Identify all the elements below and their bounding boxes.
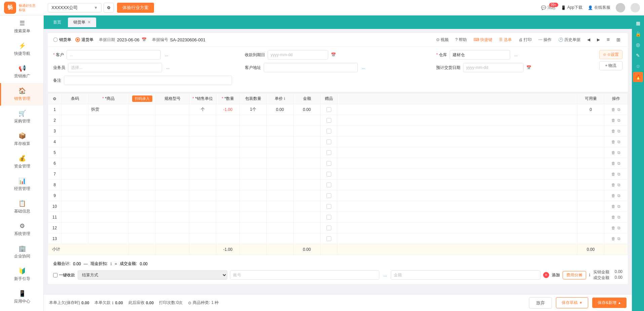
remarks-input[interactable] bbox=[64, 76, 232, 85]
row-barcode[interactable] bbox=[62, 158, 88, 169]
row-barcode[interactable] bbox=[62, 180, 88, 190]
calendar3-icon[interactable]: 📅 bbox=[526, 65, 531, 70]
account-input[interactable] bbox=[230, 270, 380, 280]
row-barcode[interactable] bbox=[62, 169, 88, 180]
right-panel-btn-6[interactable]: 🔥 bbox=[633, 72, 643, 82]
video-button[interactable]: ⊙ 视频 bbox=[434, 36, 451, 44]
prev-record-button[interactable]: ◀ bbox=[585, 36, 592, 43]
radio-return[interactable]: 退货单 bbox=[75, 37, 93, 43]
delete-icon[interactable]: 🗑 bbox=[611, 215, 615, 220]
delete-icon[interactable]: 🗑 bbox=[611, 193, 615, 198]
right-panel-btn-2[interactable]: 🔒 bbox=[633, 29, 643, 39]
customer-ellipsis-button[interactable]: ... bbox=[163, 52, 169, 57]
add-payment-button[interactable]: + bbox=[543, 272, 549, 278]
row-gift[interactable] bbox=[320, 212, 337, 223]
row-gift[interactable] bbox=[320, 147, 337, 158]
tab-close-icon[interactable]: ✕ bbox=[87, 20, 91, 25]
copy-icon[interactable]: ⧉ bbox=[617, 204, 620, 209]
sidebar-item-appstore[interactable]: 📱 应用中心 bbox=[0, 286, 43, 308]
list-view-button[interactable]: ≡ bbox=[605, 36, 612, 44]
sidebar-item-marketing[interactable]: 📢 营销推广 bbox=[0, 61, 43, 83]
copy-icon[interactable]: ⧉ bbox=[617, 150, 620, 155]
row-barcode[interactable] bbox=[62, 223, 88, 233]
row-barcode[interactable] bbox=[62, 104, 88, 115]
delete-icon[interactable]: 🗑 bbox=[611, 118, 615, 123]
due-date-input[interactable] bbox=[268, 50, 328, 60]
expected-delivery-input[interactable] bbox=[463, 63, 524, 72]
delete-icon[interactable]: 🗑 bbox=[611, 107, 615, 112]
row-gift[interactable] bbox=[320, 126, 337, 137]
sidebar-item-guide[interactable]: 🔰 新手引导 bbox=[0, 263, 43, 286]
delete-icon[interactable]: 🗑 bbox=[611, 236, 615, 241]
right-panel-btn-1[interactable]: ▦ bbox=[633, 18, 643, 28]
sidebar-item-finance[interactable]: 💰 资金管理 bbox=[0, 151, 43, 173]
next-record-button[interactable]: ▶ bbox=[595, 36, 602, 43]
th-scan[interactable]: 扫码录入 bbox=[129, 93, 156, 104]
history-button[interactable]: 🕐 历史单据 bbox=[556, 36, 582, 44]
tab-sale-order[interactable]: 销货单 ✕ bbox=[68, 17, 96, 27]
settings-button[interactable]: ⊙ ⊙设置 bbox=[599, 50, 622, 59]
right-panel-btn-3[interactable]: ◎ bbox=[633, 40, 643, 50]
expense-split-button[interactable]: 费用分摊 bbox=[563, 271, 586, 279]
copy-icon[interactable]: ⧉ bbox=[617, 161, 620, 166]
save-draft-button[interactable]: 保存草稿 ▼ bbox=[556, 297, 588, 308]
sidebar-item-inventory[interactable]: 📦 库存核算 bbox=[0, 128, 43, 151]
scan-button[interactable]: 扫码录入 bbox=[132, 95, 152, 102]
company-selector[interactable]: XXXXXX公司 ▼ bbox=[48, 3, 102, 12]
row-gift[interactable] bbox=[320, 137, 337, 147]
operation-button[interactable]: ⋯ 操作 bbox=[536, 36, 554, 44]
sidebar-item-operation[interactable]: 📊 经营管理 bbox=[0, 173, 43, 196]
print-button[interactable]: 🖨 打印 bbox=[517, 36, 534, 44]
company-settings-button[interactable]: ⚙ bbox=[104, 3, 114, 13]
th-settings[interactable]: ⚙ bbox=[48, 93, 62, 104]
avatar[interactable] bbox=[616, 3, 625, 12]
salesperson-ellipsis-button[interactable]: ... bbox=[165, 65, 171, 70]
expense-info-icon[interactable]: ℹ bbox=[589, 273, 591, 277]
copy-icon[interactable]: ⧉ bbox=[617, 193, 620, 198]
row-gift[interactable] bbox=[320, 233, 337, 244]
row-gift[interactable] bbox=[320, 201, 337, 212]
right-panel-btn-5[interactable]: ☆ bbox=[633, 61, 643, 71]
row-barcode[interactable] bbox=[62, 147, 88, 158]
grid-view-button[interactable]: ⊞ bbox=[614, 36, 622, 43]
sidebar-item-system[interactable]: ⚙ 系统管理 bbox=[0, 218, 43, 241]
warehouse-ellipsis-button[interactable]: ... bbox=[513, 52, 519, 57]
row-barcode[interactable] bbox=[62, 212, 88, 223]
sidebar-item-basic[interactable]: 📋 基础信息 bbox=[0, 196, 43, 218]
one-click-checkbox[interactable] bbox=[53, 273, 58, 277]
row-barcode[interactable] bbox=[62, 233, 88, 244]
delete-icon[interactable]: 🗑 bbox=[611, 226, 615, 230]
delete-icon[interactable]: 🗑 bbox=[611, 161, 615, 166]
right-panel-btn-4[interactable]: ✎ bbox=[633, 50, 643, 61]
sidebar-item-search[interactable]: ☰ 搜索菜单 bbox=[0, 15, 43, 38]
help-button[interactable]: ? 帮助 bbox=[453, 36, 469, 44]
row-gift[interactable] bbox=[320, 104, 337, 115]
radio-sale[interactable]: 销货单 bbox=[53, 37, 71, 43]
copy-icon[interactable]: ⧉ bbox=[617, 140, 620, 144]
address-ellipsis-button[interactable]: ... bbox=[361, 65, 367, 70]
sidebar-item-sales[interactable]: 🏠 销售管理 bbox=[0, 83, 43, 106]
salesperson-input[interactable] bbox=[68, 63, 162, 72]
sidebar-item-enterprise[interactable]: 🏢 企业协同 bbox=[0, 241, 43, 263]
info-icon[interactable]: ℹ bbox=[110, 262, 112, 266]
shortcut-button[interactable]: ⌨ 快捷键 bbox=[471, 36, 494, 44]
sidebar-item-wechat[interactable]: 💬 企业微信 bbox=[0, 308, 43, 311]
customer-address-input[interactable] bbox=[264, 63, 358, 72]
delete-icon[interactable]: 🗑 bbox=[611, 183, 615, 187]
row-barcode[interactable] bbox=[62, 126, 88, 137]
message-button[interactable]: 💬 消息 99+ bbox=[541, 5, 556, 10]
delete-icon[interactable]: 🗑 bbox=[611, 150, 615, 155]
account-ellipsis-button[interactable]: ... bbox=[382, 273, 388, 277]
row-gift[interactable] bbox=[320, 190, 337, 201]
delete-icon[interactable]: 🗑 bbox=[611, 129, 615, 133]
settlement-method-select[interactable]: 结算方式 bbox=[78, 270, 227, 280]
sidebar-item-purchase[interactable]: 🛒 采购管理 bbox=[0, 106, 43, 128]
copy-icon[interactable]: ⧉ bbox=[617, 129, 620, 133]
sidebar-item-quick-nav[interactable]: ⚡ 快捷导航 bbox=[0, 38, 43, 61]
price-info-icon[interactable]: ℹ bbox=[284, 96, 285, 101]
row-barcode[interactable] bbox=[62, 115, 88, 126]
app-download-button[interactable]: 📱 App下载 bbox=[561, 5, 582, 10]
row-barcode[interactable] bbox=[62, 190, 88, 201]
copy-icon[interactable]: ⧉ bbox=[617, 215, 620, 220]
abandon-button[interactable]: 放弃 bbox=[529, 297, 552, 309]
